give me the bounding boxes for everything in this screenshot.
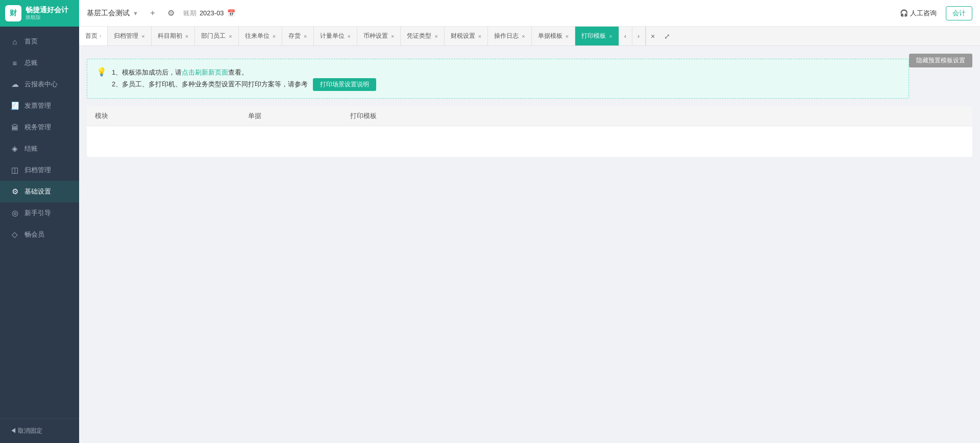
unpin-button[interactable]: ◀ 取消固定 — [0, 418, 79, 443]
tab-single-template-close[interactable]: × — [566, 33, 569, 39]
sidebar-item-label-guide: 新手引导 — [24, 208, 51, 218]
tab-voucher-type[interactable]: 凭证类型 × — [401, 27, 444, 45]
tab-scroll-left-button[interactable]: ‹ — [619, 27, 632, 45]
tab-single-template[interactable]: 单据模板 × — [532, 27, 575, 45]
sidebar-item-label-invoice: 发票管理 — [24, 101, 51, 110]
sidebar-item-guide[interactable]: ◎ 新手引导 — [0, 202, 79, 224]
tab-currency-label: 币种设置 — [363, 32, 388, 40]
guide-icon: ◎ — [10, 208, 19, 218]
tab-print-template[interactable]: 打印模板 × — [575, 27, 619, 45]
settings-icon-button[interactable]: ⚙ — [164, 6, 178, 20]
notice-refresh-link[interactable]: 点击刷新新页面 — [182, 68, 228, 76]
tab-home[interactable]: 首页 ‹ — [79, 27, 108, 45]
sidebar-item-label-tax: 税务管理 — [24, 123, 51, 132]
col-module: 模块 — [87, 106, 240, 126]
app-edition: 旗舰版 — [26, 14, 68, 21]
period-value: 2023-03 — [200, 9, 224, 17]
tab-tax-setting-label: 财税设置 — [451, 32, 475, 40]
notice-content: 1、模板添加成功后，请点击刷新新页面查看。 2、多员工、多打印机、多种业务类型设… — [112, 66, 376, 91]
basic-icon: ⚙ — [10, 187, 19, 196]
tab-currency-close[interactable]: × — [391, 33, 394, 39]
sidebar-item-settle[interactable]: ◈ 结账 — [0, 138, 79, 159]
period-info: 账期 2023-03 📅 — [183, 9, 235, 18]
tab-dept-close[interactable]: × — [229, 33, 232, 39]
calendar-icon[interactable]: 📅 — [227, 9, 235, 17]
sidebar-item-basic[interactable]: ⚙ 基础设置 — [0, 181, 79, 202]
tab-single-template-label: 单据模板 — [538, 32, 562, 40]
logo-icon: 财 — [5, 5, 21, 21]
tab-print-template-label: 打印模板 — [581, 32, 606, 40]
bulb-icon: 💡 — [96, 67, 107, 91]
sidebar-item-tax[interactable]: 🏛 税务管理 — [0, 116, 79, 138]
notice-box: 💡 1、模板添加成功后，请点击刷新新页面查看。 2、多员工、多打印机、多种业务类… — [87, 59, 909, 99]
tab-subject-close[interactable]: × — [185, 33, 188, 39]
tab-archive-mgmt-close[interactable]: × — [141, 33, 144, 39]
unpin-label: ◀ 取消固定 — [10, 427, 42, 435]
tab-tax-setting[interactable]: 财税设置 × — [445, 27, 488, 45]
tab-dept[interactable]: 部门员工 × — [195, 27, 238, 45]
home-icon: ⌂ — [10, 37, 19, 46]
tab-bar: 首页 ‹ 归档管理 × 科目期初 × 部门员工 × 往来单位 × 存货 × 计量… — [79, 27, 980, 46]
tab-home-arrow: ‹ — [100, 33, 101, 39]
notice-line2-prefix: 2、多员工、多打印机、多种业务类型设置不同打印方案等，请参考 — [112, 80, 308, 88]
sidebar-item-label-member: 畅会员 — [24, 230, 44, 239]
tab-inventory[interactable]: 存货 × — [282, 27, 313, 45]
member-icon: ◇ — [10, 230, 19, 239]
sidebar-item-label-ledger: 总账 — [24, 58, 38, 67]
sidebar-nav: ⌂ 首页 ≡ 总账 ☁ 云报表中心 🧾 发票管理 🏛 税务管理 ◈ 结账 ◫ 归… — [0, 27, 79, 418]
reports-icon: ☁ — [10, 80, 19, 89]
col-template: 打印模板 — [342, 106, 972, 126]
tab-archive-mgmt[interactable]: 归档管理 × — [108, 27, 151, 45]
tab-partner-close[interactable]: × — [273, 33, 276, 39]
tab-tax-setting-close[interactable]: × — [478, 33, 481, 39]
tab-partner[interactable]: 往来单位 × — [239, 27, 282, 45]
hide-template-button[interactable]: 隐藏预置模板设置 — [909, 54, 972, 67]
period-label: 账期 — [183, 9, 197, 18]
header-actions: ＋ ⚙ — [145, 6, 178, 20]
chevron-down-icon: ▼ — [133, 10, 138, 16]
tab-home-label: 首页 — [85, 32, 97, 40]
company-name: 基层工会测试 — [87, 9, 130, 18]
sidebar-item-home[interactable]: ⌂ 首页 — [0, 31, 79, 52]
sidebar-item-invoice[interactable]: 🧾 发票管理 — [0, 95, 79, 116]
customer-service-button[interactable]: 🎧 人工咨询 — [896, 7, 941, 20]
content-inner: 隐藏预置模板设置 💡 1、模板添加成功后，请点击刷新新页面查看。 2、多员工、多… — [79, 46, 980, 165]
ledger-icon: ≡ — [10, 59, 19, 67]
tab-operation-log-label: 操作日志 — [494, 32, 519, 40]
tab-archive-mgmt-label: 归档管理 — [114, 32, 138, 40]
add-tab-button[interactable]: ＋ — [145, 6, 160, 20]
table-body-empty — [87, 126, 972, 157]
logo-area: 财 畅捷通好会计 旗舰版 — [0, 0, 79, 27]
account-button[interactable]: 会计 — [946, 6, 972, 20]
sidebar-item-label-home: 首页 — [24, 37, 38, 46]
tab-unit-close[interactable]: × — [348, 33, 351, 39]
sidebar-item-reports[interactable]: ☁ 云报表中心 — [0, 74, 79, 95]
tab-unit[interactable]: 计量单位 × — [314, 27, 357, 45]
col-doc: 单据 — [240, 106, 342, 126]
notice-line2: 2、多员工、多打印机、多种业务类型设置不同打印方案等，请参考 打印场景设置说明 — [112, 78, 376, 91]
customer-service-label: 人工咨询 — [910, 9, 937, 18]
tab-subject[interactable]: 科目期初 × — [152, 27, 195, 45]
sidebar-item-ledger[interactable]: ≡ 总账 — [0, 52, 79, 74]
company-selector[interactable]: 基层工会测试 ▼ — [87, 9, 138, 18]
tab-voucher-type-close[interactable]: × — [434, 33, 437, 39]
sidebar-item-label-reports: 云报表中心 — [24, 80, 58, 89]
tab-inventory-close[interactable]: × — [304, 33, 307, 39]
notice-line1: 1、模板添加成功后，请点击刷新新页面查看。 — [112, 66, 376, 78]
tab-scroll-right-button[interactable]: › — [632, 27, 646, 45]
expand-button[interactable]: ⤢ — [660, 27, 674, 45]
tab-print-template-close[interactable]: × — [609, 33, 612, 39]
sidebar-item-label-settle: 结账 — [24, 144, 38, 153]
help-print-button[interactable]: 打印场景设置说明 — [313, 78, 376, 91]
content-area: 隐藏预置模板设置 💡 1、模板添加成功后，请点击刷新新页面查看。 2、多员工、多… — [79, 46, 980, 443]
close-all-tabs-button[interactable]: × — [646, 27, 660, 45]
sidebar-item-label-archive: 归档管理 — [24, 166, 51, 175]
sidebar-item-archive[interactable]: ◫ 归档管理 — [0, 159, 79, 181]
table-header: 模块 单据 打印模板 — [87, 106, 972, 126]
tab-operation-log-close[interactable]: × — [522, 33, 525, 39]
tab-dept-label: 部门员工 — [201, 32, 226, 40]
tab-currency[interactable]: 币种设置 × — [357, 27, 401, 45]
notice-line1-suffix: 查看。 — [228, 68, 248, 76]
sidebar-item-member[interactable]: ◇ 畅会员 — [0, 224, 79, 245]
tab-operation-log[interactable]: 操作日志 × — [488, 27, 531, 45]
